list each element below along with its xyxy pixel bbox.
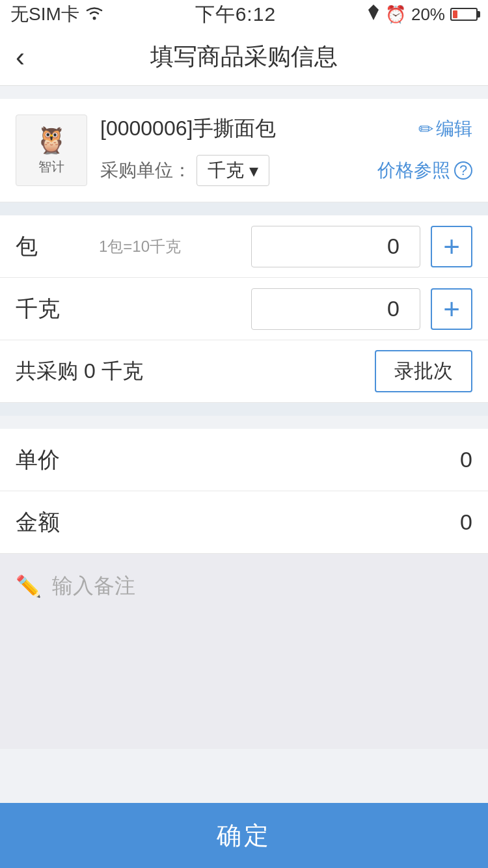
svg-point-0 bbox=[92, 17, 96, 20]
location-icon bbox=[367, 5, 380, 25]
product-code: [0000006] bbox=[100, 116, 193, 140]
logo-brand-text: 智计 bbox=[38, 158, 64, 176]
amount-row: 金额 0 bbox=[0, 491, 488, 554]
carrier-text: 无SIM卡 bbox=[10, 2, 79, 27]
remark-section[interactable]: ✏️ 输入备注 bbox=[0, 554, 488, 619]
logo-owl-icon: 🦉 bbox=[35, 125, 68, 156]
product-card: 🦉 智计 [0000006]手撕面包 ✏ 编辑 采购单位： 千克 ▾ bbox=[0, 99, 488, 202]
alarm-icon: ⏰ bbox=[385, 5, 406, 25]
unit-label: 采购单位： bbox=[100, 158, 191, 183]
status-bar: 无SIM卡 下午6:12 ⏰ 20% bbox=[0, 0, 488, 29]
unit-select[interactable]: 千克 ▾ bbox=[197, 155, 269, 186]
battery-percent: 20% bbox=[411, 5, 445, 25]
kg-label: 千克 bbox=[16, 294, 94, 324]
summary-row: 共采购 0 千克 录批次 bbox=[0, 340, 488, 403]
kg-plus-button[interactable]: + bbox=[431, 288, 472, 330]
dropdown-arrow-icon: ▾ bbox=[249, 160, 258, 182]
unit-value: 千克 bbox=[208, 158, 244, 183]
wifi-icon bbox=[85, 4, 104, 25]
status-time: 下午6:12 bbox=[195, 1, 276, 28]
info-section: 单价 0 金额 0 bbox=[0, 429, 488, 554]
quantity-input-section: 包 1包=10千克 + 千克 + bbox=[0, 215, 488, 340]
kg-quantity-input[interactable] bbox=[251, 288, 420, 330]
edit-button[interactable]: ✏ 编辑 bbox=[418, 116, 472, 141]
product-info: [0000006]手撕面包 ✏ 编辑 采购单位： 千克 ▾ 价格参照 ? bbox=[100, 115, 472, 186]
bottom-space bbox=[0, 619, 488, 749]
unit-price-row: 单价 0 bbox=[0, 429, 488, 491]
edit-label: 编辑 bbox=[436, 116, 472, 141]
bag-plus-button[interactable]: + bbox=[431, 226, 472, 267]
product-name: [0000006]手撕面包 bbox=[100, 115, 276, 143]
section-divider-2 bbox=[0, 403, 488, 416]
product-title: 手撕面包 bbox=[193, 116, 276, 140]
nav-bar: ‹ 填写商品采购信息 bbox=[0, 29, 488, 86]
bag-input-row: 包 1包=10千克 + bbox=[0, 215, 488, 278]
confirm-label: 确定 bbox=[217, 819, 271, 852]
price-ref-label: 价格参照 bbox=[377, 158, 450, 183]
product-logo: 🦉 智计 bbox=[16, 115, 87, 186]
pencil-icon: ✏️ bbox=[16, 574, 42, 599]
status-right: ⏰ 20% bbox=[367, 5, 478, 25]
price-ref-help-icon: ? bbox=[454, 161, 472, 180]
edit-icon: ✏ bbox=[418, 118, 433, 140]
bag-quantity-input[interactable] bbox=[251, 226, 420, 267]
unit-price-value: 0 bbox=[460, 447, 472, 472]
page-title: 填写商品采购信息 bbox=[150, 41, 338, 73]
bag-label: 包 bbox=[16, 232, 94, 262]
price-ref-button[interactable]: 价格参照 ? bbox=[377, 158, 472, 183]
unit-row: 采购单位： 千克 ▾ 价格参照 ? bbox=[100, 155, 472, 186]
kg-input-right: + bbox=[94, 288, 472, 330]
status-left: 无SIM卡 bbox=[10, 2, 104, 27]
unit-price-label: 单价 bbox=[16, 445, 60, 475]
confirm-bar[interactable]: 确定 bbox=[0, 803, 488, 868]
remark-placeholder: 输入备注 bbox=[52, 572, 135, 601]
bag-input-right: + bbox=[181, 226, 472, 267]
back-button[interactable]: ‹ bbox=[16, 42, 25, 73]
battery-icon bbox=[450, 8, 478, 21]
product-name-row: [0000006]手撕面包 ✏ 编辑 bbox=[100, 115, 472, 143]
section-divider-1 bbox=[0, 202, 488, 215]
amount-value: 0 bbox=[460, 509, 472, 535]
kg-input-row: 千克 + bbox=[0, 278, 488, 340]
bag-sub-label: 1包=10千克 bbox=[99, 236, 181, 257]
batch-button[interactable]: 录批次 bbox=[375, 350, 472, 392]
summary-text: 共采购 0 千克 bbox=[16, 357, 143, 386]
amount-label: 金额 bbox=[16, 508, 60, 537]
